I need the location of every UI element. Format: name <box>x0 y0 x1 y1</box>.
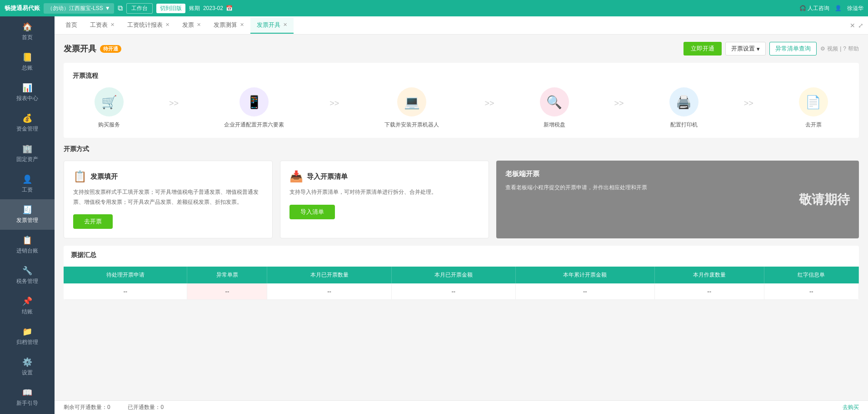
import-list-button[interactable]: 导入清单 <box>289 205 335 219</box>
tab-invoice-calc[interactable]: 发票测算 ✕ <box>207 17 250 34</box>
sidebar-item-label: 发票管理 <box>16 217 38 224</box>
sidebar-item-label: 工资 <box>22 186 33 194</box>
col-header-abnormal: 异常单票 <box>187 267 267 283</box>
tab-close-icon[interactable]: ✕ <box>240 22 244 28</box>
tab-payroll-table[interactable]: 工资表 ✕ <box>84 17 121 34</box>
cell-year-amount: -- <box>515 283 654 300</box>
sidebar-item-label: 税务管理 <box>16 278 38 285</box>
flow-arrow-4: >> <box>613 99 626 108</box>
sidebar-item-payroll[interactable]: 👤 工资 <box>0 169 55 199</box>
process-flow-section: 开票流程 🛒 购买服务 >> 📱 企业开通配置开票六要素 >> <box>64 63 859 138</box>
tab-invoice-issue[interactable]: 发票开具 ✕ <box>250 17 294 34</box>
buy-link[interactable]: 去购买 <box>843 404 859 411</box>
old-terminal-card: 老板端开票 查看老板端小程序提交的开票申请，并作出相应处理和开票 敬请期待 <box>496 161 859 238</box>
sidebar-item-archive[interactable]: 📁 归档管理 <box>0 321 55 352</box>
flow-step-taxdisk: 🔍 新增税盘 <box>540 87 569 129</box>
user-name: 徐溢华 <box>847 5 863 12</box>
col-header-red-info: 红字信息单 <box>764 267 858 283</box>
process-section-title: 开票流程 <box>73 72 850 80</box>
sidebar-item-reports[interactable]: 📊 报表中心 <box>0 77 55 108</box>
content-area: 首页 工资表 ✕ 工资统计报表 ✕ 发票 ✕ 发票测算 ✕ <box>55 16 868 414</box>
printer-icon: 🖨️ <box>669 87 698 116</box>
assets-icon: 🏢 <box>22 144 32 154</box>
tab-close-icon[interactable]: ✕ <box>283 22 287 28</box>
sidebar-item-ledger[interactable]: 📒 总账 <box>0 47 55 77</box>
col-header-year-amount: 本年累计开票金额 <box>515 267 654 283</box>
company-selector[interactable]: （勿动）江西服宝-LSS ▼ <box>44 3 114 14</box>
guide-icon: 📖 <box>22 388 32 398</box>
sidebar: 🏠 首页 📒 总账 📊 报表中心 💰 资金管理 🏢 固定资产 👤 工资 🧾 发票… <box>0 16 55 414</box>
sidebar-item-assets[interactable]: 🏢 固定资产 <box>0 138 55 169</box>
summary-section: 票据汇总 待处理开票申请 异常单票 本月已开票数量 本月已开票金额 本年累计开票… <box>64 246 859 300</box>
help-icon: ? <box>843 45 846 52</box>
page-title-row: 发票开具 待开通 立即开通 开票设置 ▾ 异常清单查询 ⚙ 视频 | ? <box>64 42 859 56</box>
sidebar-item-label: 总账 <box>22 64 33 72</box>
tab-close-icon[interactable]: ✕ <box>165 22 170 28</box>
sidebar-item-settings[interactable]: ⚙️ 设置 <box>0 352 55 382</box>
status-badge: 待开通 <box>100 45 121 53</box>
tab-close-all-icon[interactable]: ✕ <box>850 22 855 29</box>
bottom-bar: 剩余可开通数量：0 已开通数量：0 去购买 <box>55 400 868 414</box>
sidebar-item-purchase-sales[interactable]: 📋 进销台账 <box>0 230 55 260</box>
sidebar-item-funds[interactable]: 💰 资金管理 <box>0 108 55 138</box>
col-header-pending: 待处理开票申请 <box>64 267 187 283</box>
tab-restore-icon[interactable]: ⤢ <box>858 22 863 29</box>
settlement-icon: 📌 <box>22 296 32 306</box>
open-now-button[interactable]: 立即开通 <box>683 42 722 56</box>
tab-payroll-stats[interactable]: 工资统计报表 ✕ <box>121 17 176 34</box>
summary-table: 待处理开票申请 异常单票 本月已开票数量 本月已开票金额 本年累计开票金额 本月… <box>64 267 859 300</box>
flow-step-config: 📱 企业开通配置开票六要素 <box>224 87 284 129</box>
tabs-container: 首页 工资表 ✕ 工资统计报表 ✕ 发票 ✕ 发票测算 ✕ <box>59 17 294 34</box>
flow-step-label: 企业开通配置开票六要素 <box>224 121 284 129</box>
tab-close-icon[interactable]: ✕ <box>110 22 115 28</box>
sidebar-item-tax[interactable]: 🔧 税务管理 <box>0 260 55 291</box>
sidebar-item-label: 设置 <box>22 369 33 377</box>
tab-close-icon[interactable]: ✕ <box>197 22 201 28</box>
flow-arrow-5: >> <box>742 99 755 108</box>
sidebar-item-invoices[interactable]: 🧾 发票管理 <box>0 199 55 230</box>
go-issue-button[interactable]: 去开票 <box>73 214 113 229</box>
abnormal-query-button[interactable]: 异常清单查询 <box>769 42 817 56</box>
sidebar-item-label: 结账 <box>22 308 33 316</box>
config-icon: 📱 <box>239 87 269 116</box>
flow-step-download: 💻 下载并安装开票机器人 <box>384 87 439 129</box>
cell-abnormal: -- <box>187 283 267 300</box>
ledger-icon: 📒 <box>22 52 32 62</box>
cell-month-amount: -- <box>391 283 515 300</box>
user-avatar-icon: 👤 <box>835 5 842 11</box>
sidebar-item-settlement[interactable]: 📌 结账 <box>0 291 55 321</box>
taxdisk-icon: 🔍 <box>540 87 569 116</box>
import-card-icon: 📥 <box>289 170 303 183</box>
sidebar-item-label: 固定资产 <box>16 156 38 163</box>
col-header-month-amount: 本月已开票金额 <box>391 267 515 283</box>
chevron-down-icon: ▾ <box>757 45 760 52</box>
open-settings-button[interactable]: 开票设置 ▾ <box>725 42 766 56</box>
billing-section: 开票方式 📋 发票填开 支持按照发票样式手工填开发票；可开具增值税电子普通发票、… <box>64 145 859 238</box>
app-name: 畅捷通易代账 <box>5 4 40 12</box>
switch-old-button[interactable]: 切到旧版 <box>156 4 185 13</box>
home-icon: 🏠 <box>22 22 32 32</box>
sidebar-item-label: 进销台账 <box>16 247 38 255</box>
import-card-desc: 支持导入待开票清单，可对待开票清单进行拆分、合并处理。 <box>289 187 479 197</box>
workspace-button[interactable]: 工作台 <box>126 3 153 14</box>
tab-invoice[interactable]: 发票 ✕ <box>176 17 207 34</box>
tab-home[interactable]: 首页 <box>59 17 84 34</box>
col-header-month-void: 本月作废数量 <box>654 267 764 283</box>
old-terminal-title: 老板端开票 <box>505 170 850 178</box>
flow-step-label: 购买服务 <box>98 121 120 129</box>
sidebar-item-label: 首页 <box>22 34 33 41</box>
flow-steps: 🛒 购买服务 >> 📱 企业开通配置开票六要素 >> 💻 下载并安装开票机器人 <box>73 87 850 129</box>
sidebar-item-home[interactable]: 🏠 首页 <box>0 16 55 47</box>
download-icon: 💻 <box>397 87 426 116</box>
title-actions: 立即开通 开票设置 ▾ 异常清单查询 ⚙ 视频 | ? 帮助 <box>683 42 859 56</box>
top-bar: 畅捷通易代账 （勿动）江西服宝-LSS ▼ ⧉ 工作台 切到旧版 账期 2023… <box>0 0 868 16</box>
cell-month-count: -- <box>267 283 391 300</box>
import-card-title: 📥 导入开票清单 <box>289 170 479 183</box>
settings-icon: ⚙️ <box>22 357 32 367</box>
flow-step-issue: 📄 去开票 <box>799 87 828 129</box>
payroll-icon: 👤 <box>22 174 32 184</box>
sidebar-item-guide[interactable]: 📖 新手引导 <box>0 382 55 413</box>
coming-soon-label: 敬请期待 <box>799 191 850 208</box>
support-label[interactable]: 🎧 人工咨询 <box>799 5 829 12</box>
flow-step-buy: 🛒 购买服务 <box>95 87 124 129</box>
